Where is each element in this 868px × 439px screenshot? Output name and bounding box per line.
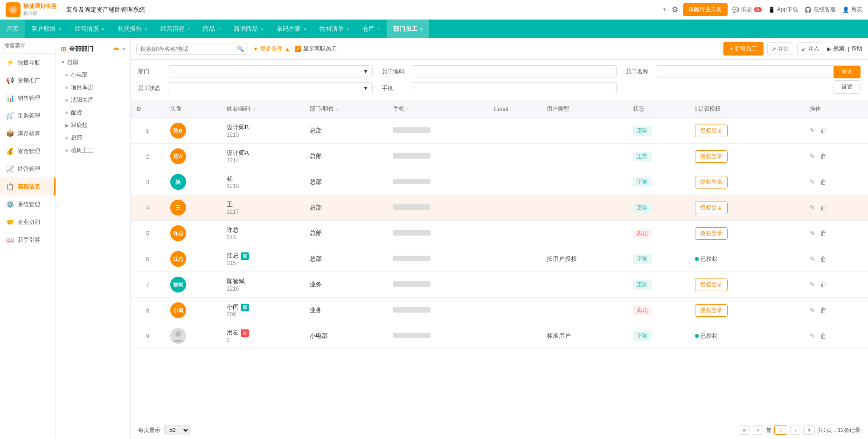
prev-page-button[interactable]: ‹	[753, 425, 763, 435]
dept-node-zhishu[interactable]: 植树王三	[56, 144, 130, 157]
add-employee-button[interactable]: + 新增员工	[723, 42, 764, 56]
filter-phone-input[interactable]	[412, 82, 617, 94]
sidebar-item-basic-info[interactable]: 📋 基础信息	[0, 178, 56, 195]
export-button[interactable]: ↗ 导出	[767, 42, 793, 55]
show-resigned-toggle[interactable]: ✓ 显示离职员工	[295, 45, 337, 53]
experience-button[interactable]: 体验行业方案	[683, 3, 728, 16]
edit-button[interactable]: ✎	[810, 307, 815, 314]
close-icon[interactable]: ×	[420, 27, 423, 32]
sidebar-item-management[interactable]: 📈 经营管理	[0, 160, 56, 178]
delete-button[interactable]: 🗑	[820, 127, 826, 134]
dept-collapse-btn[interactable]: «	[122, 45, 125, 53]
close-icon[interactable]: ×	[261, 27, 264, 32]
close-icon[interactable]: ×	[59, 27, 62, 32]
sidebar-item-guide[interactable]: 📖 新手引导	[0, 231, 56, 249]
dept-node-peihuo[interactable]: 配货	[56, 106, 130, 119]
tab-warehouse[interactable]: 仓库×	[356, 20, 387, 38]
video-button[interactable]: ▶ 视频	[827, 45, 844, 53]
dept-node-shenyang[interactable]: 沈阳大库	[56, 94, 130, 106]
col-name[interactable]: 姓名/编码 ↕	[221, 100, 304, 118]
import-button[interactable]: ↙ 导入	[797, 42, 823, 55]
more-filter-button[interactable]: ▼ 更多条件 ▲	[253, 45, 290, 53]
last-page-button[interactable]: »	[803, 425, 815, 435]
auth-login-button[interactable]: 授权登录	[695, 202, 728, 214]
edit-button[interactable]: ✎	[810, 255, 815, 263]
close-icon[interactable]: ×	[347, 27, 349, 32]
edit-button[interactable]: ✎	[810, 127, 815, 134]
col-phone[interactable]: 手机 ↕	[388, 100, 489, 118]
search-icon[interactable]: 🔍	[236, 45, 244, 52]
close-icon[interactable]: ×	[145, 27, 147, 32]
dept-node-root[interactable]: ▼ 总部	[56, 56, 130, 69]
user-menu[interactable]: 👤 用友	[842, 6, 862, 14]
delete-button[interactable]: 🗑	[820, 153, 826, 160]
filter-empcode-input[interactable]	[412, 65, 617, 77]
message-button[interactable]: 💬 消息 6	[732, 6, 762, 14]
tab-operations[interactable]: 经营情况×	[68, 20, 111, 38]
auth-login-button[interactable]: 授权登录	[695, 227, 728, 240]
delete-button[interactable]: 🗑	[820, 332, 826, 340]
query-button[interactable]: 查询	[833, 66, 861, 78]
sidebar-item-collab[interactable]: 🤝 企业协同	[0, 213, 56, 231]
col-settings[interactable]: ⚙	[131, 100, 165, 118]
dept-node-shuanglu[interactable]: ▶ 双鹿想	[56, 119, 130, 132]
edit-button[interactable]: ✎	[810, 178, 815, 186]
sidebar-item-system[interactable]: ⚙️ 系统管理	[0, 195, 56, 213]
per-page-select[interactable]: 50 100	[164, 425, 190, 435]
close-icon[interactable]: ×	[304, 27, 306, 32]
close-icon[interactable]: ×	[218, 27, 221, 32]
sidebar-item-sales[interactable]: 📊 销售管理	[0, 89, 56, 107]
edit-button[interactable]: ✎	[810, 281, 815, 288]
delete-button[interactable]: 🗑	[820, 204, 826, 211]
sidebar-item-purchase[interactable]: 🛒 采购管理	[0, 107, 56, 125]
current-page[interactable]: 1	[774, 425, 787, 435]
delete-button[interactable]: 🗑	[820, 281, 826, 288]
tab-goods[interactable]: 商品×	[196, 20, 227, 38]
auth-login-button[interactable]: 授权登录	[695, 279, 728, 291]
sidebar-item-inventory[interactable]: 📦 库存核算	[0, 125, 56, 142]
auth-login-button[interactable]: 授权登录	[695, 125, 728, 137]
tab-barcode[interactable]: 条码方案×	[270, 20, 313, 38]
tab-dept-employee[interactable]: 部门员工×	[387, 20, 430, 38]
tab-bom[interactable]: 物料清单×	[313, 20, 356, 38]
search-input[interactable]	[140, 46, 234, 52]
tab-history[interactable]: 经营历程×	[154, 20, 197, 38]
dept-add-icon[interactable]: ✏	[114, 45, 119, 53]
delete-button[interactable]: 🗑	[820, 178, 826, 186]
tab-home[interactable]: 首页	[0, 20, 25, 38]
delete-button[interactable]: 🗑	[820, 255, 826, 263]
edit-button[interactable]: ✎	[810, 332, 815, 340]
edit-button[interactable]: ✎	[810, 230, 815, 237]
dept-node-xiangmu[interactable]: 项目库房	[56, 81, 130, 94]
first-page-button[interactable]: «	[739, 425, 750, 435]
tab-profit[interactable]: 利润报告×	[111, 20, 154, 38]
dept-node-xiaodibu[interactable]: 小电部	[56, 69, 130, 81]
filter-dept-select[interactable]: ▼	[168, 65, 373, 77]
delete-button[interactable]: 🗑	[820, 307, 826, 314]
sidebar-item-quicknav[interactable]: ⚡ 快捷导航	[0, 54, 56, 71]
sidebar-item-marketing[interactable]: 📢 营销推广	[0, 71, 56, 89]
close-icon[interactable]: ×	[102, 27, 104, 32]
close-icon[interactable]: ×	[187, 27, 190, 32]
close-icon[interactable]: ×	[377, 27, 380, 32]
auth-login-button[interactable]: 授权登录	[695, 176, 728, 188]
edit-button[interactable]: ✎	[810, 153, 815, 160]
auth-login-button[interactable]: 授权登录	[695, 304, 728, 317]
dept-node-zongbu[interactable]: 总部	[56, 132, 130, 144]
next-page-button[interactable]: ›	[790, 425, 800, 435]
auth-login-button[interactable]: 授权登录	[695, 150, 728, 163]
edit-button[interactable]: ✎	[810, 204, 815, 211]
reset-button[interactable]: 设置	[833, 80, 861, 94]
tab-add-goods[interactable]: 新增商品×	[227, 20, 270, 38]
help-button[interactable]: | 帮助	[848, 45, 862, 53]
filter-empname-input[interactable]	[656, 65, 861, 77]
filter-status-select[interactable]: ▼	[168, 82, 373, 94]
gear-button[interactable]: ⚙	[672, 5, 678, 14]
tab-customer[interactable]: 客户联络×	[25, 20, 68, 38]
delete-button[interactable]: 🗑	[820, 230, 826, 237]
app-download-button[interactable]: 📱 App下载	[768, 6, 798, 14]
sidebar-item-finance[interactable]: 💰 资金管理	[0, 142, 56, 160]
system-dropdown-arrow[interactable]: ▼	[662, 7, 667, 12]
online-service-button[interactable]: 🎧 在线客服	[805, 6, 836, 14]
col-dept[interactable]: 部门/职位 ↕	[304, 100, 387, 118]
